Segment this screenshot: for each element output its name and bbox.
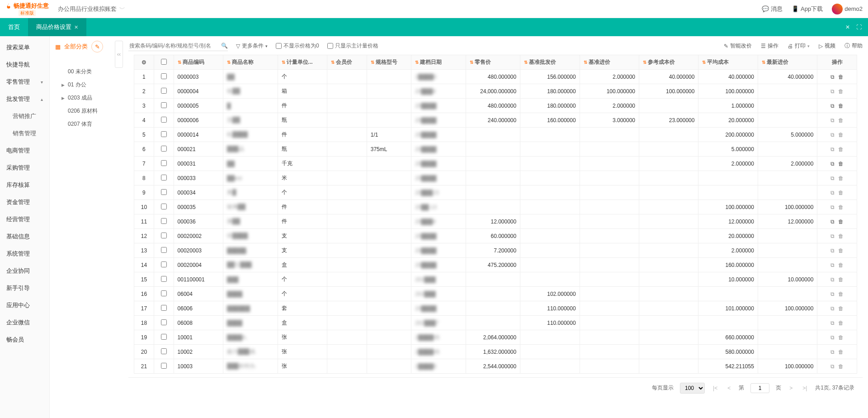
sidebar-item[interactable]: 搜索菜单	[0, 39, 49, 56]
sidebar-subitem[interactable]: 销售管理	[0, 125, 49, 142]
column-header[interactable]: 操作	[817, 55, 857, 70]
delete-icon[interactable]: 🗑	[838, 320, 844, 326]
column-header[interactable]: ⚙	[134, 55, 154, 70]
category-node[interactable]: ▶0203 成品	[55, 91, 109, 104]
copy-icon[interactable]: ⧉	[830, 218, 835, 225]
sidebar-item[interactable]: 畅会员	[0, 331, 49, 348]
delete-icon[interactable]: 🗑	[838, 349, 844, 355]
hide-zero-checkbox[interactable]: 不显示价格为0	[276, 42, 319, 50]
sidebar-subitem[interactable]: 营销推广	[0, 108, 49, 125]
row-checkbox[interactable]	[161, 290, 167, 296]
copy-icon[interactable]: ⧉	[830, 132, 835, 138]
row-checkbox[interactable]	[161, 73, 167, 79]
category-node[interactable]: 0207 体育	[55, 118, 109, 131]
table-row[interactable]: 1910001████A.张2████052,064.000000660.000…	[134, 330, 857, 345]
copy-icon[interactable]: ⧉	[830, 320, 835, 326]
more-filters-button[interactable]: ▽ 更多条件 ▾	[236, 42, 268, 50]
row-checkbox[interactable]	[161, 334, 167, 340]
sidebar-item[interactable]: 采购管理	[0, 159, 49, 176]
first-page-button[interactable]: |<	[711, 384, 719, 392]
select-all-checkbox[interactable]	[161, 59, 167, 65]
column-header[interactable]: ⇅规格型号	[367, 55, 411, 70]
sidebar-item[interactable]: 系统管理	[0, 245, 49, 262]
table-row[interactable]: 40000006洗██瓶20████240.000000160.0000003.…	[134, 113, 857, 128]
category-node[interactable]: 0206 原材料	[55, 104, 109, 118]
column-header[interactable]: ⇅计量单位...	[278, 55, 327, 70]
sort-icon[interactable]: ⇅	[762, 60, 765, 65]
fullscreen-icon[interactable]: ⛶	[856, 24, 862, 30]
app-download-link[interactable]: 📱App下载	[792, 5, 823, 13]
sort-icon[interactable]: ⇅	[470, 60, 473, 65]
sidebar-item[interactable]: 快捷导航	[0, 56, 49, 73]
row-checkbox[interactable]	[161, 117, 167, 123]
table-row[interactable]: 6000021███品瓶375mL20████5.000000⧉🗑	[134, 142, 857, 157]
row-checkbox[interactable]	[161, 319, 167, 325]
column-header[interactable]: ⇅基准进价	[580, 55, 639, 70]
delete-icon[interactable]: 🗑	[838, 204, 844, 210]
sidebar-item[interactable]: 新手引导	[0, 280, 49, 297]
per-page-select[interactable]: 100	[680, 383, 705, 394]
copy-icon[interactable]: ⧉	[830, 305, 835, 312]
delete-icon[interactable]: 🗑	[838, 262, 844, 268]
delete-icon[interactable]: 🗑	[838, 146, 844, 152]
table-row[interactable]: 1300020003█████.支20████7.2000002.000000⧉…	[134, 243, 857, 258]
copy-icon[interactable]: ⧉	[830, 88, 835, 95]
table-row[interactable]: 1806008████盒202███7110.000000⧉🗑	[134, 316, 857, 330]
delete-icon[interactable]: 🗑	[838, 233, 844, 239]
sort-icon[interactable]: ⇅	[584, 60, 587, 65]
copy-icon[interactable]: ⧉	[830, 74, 835, 80]
row-checkbox[interactable]	[161, 363, 167, 369]
only-main-unit-checkbox[interactable]: 只显示主计量价格	[327, 42, 378, 50]
delete-icon[interactable]: 🗑	[838, 190, 844, 196]
delete-icon[interactable]: 🗑	[838, 117, 844, 124]
copy-icon[interactable]: ⧉	[830, 161, 835, 167]
delete-icon[interactable]: 🗑	[838, 218, 844, 225]
sort-icon[interactable]: ⇅	[415, 60, 419, 65]
search-icon[interactable]: 🔍	[221, 43, 228, 49]
table-row[interactable]: 1706006██████套20████110.000000101.000000…	[134, 301, 857, 316]
delete-icon[interactable]: 🗑	[838, 291, 844, 297]
copy-icon[interactable]: ⧉	[830, 363, 835, 370]
table-row[interactable]: 2010002扬力███描.张2████051,632.000000580.00…	[134, 345, 857, 359]
sort-icon[interactable]: ⇅	[643, 60, 646, 65]
video-button[interactable]: ▷视频	[819, 42, 835, 50]
gear-icon[interactable]: ⚙	[142, 59, 146, 66]
sidebar-item[interactable]: 电商管理	[0, 142, 49, 159]
sidebar-item[interactable]: 企业微信	[0, 314, 49, 331]
table-row[interactable]: 10000003██个2████0480.000000156.0000002.0…	[134, 70, 857, 84]
table-row[interactable]: 15001100001███个202███10.00000010.000000⧉…	[134, 272, 857, 287]
row-checkbox[interactable]	[161, 146, 167, 152]
row-checkbox[interactable]	[161, 247, 167, 253]
row-checkbox[interactable]	[161, 348, 167, 354]
sidebar-item[interactable]: 批发管理▴	[0, 90, 49, 108]
operation-menu[interactable]: ☰操作	[761, 42, 778, 50]
row-checkbox[interactable]	[161, 88, 167, 94]
delete-icon[interactable]: 🗑	[838, 175, 844, 181]
row-checkbox[interactable]	[161, 218, 167, 224]
tab-price-settings[interactable]: 商品价格设置 ✕	[28, 18, 86, 36]
copy-icon[interactable]: ⧉	[830, 190, 835, 196]
table-row[interactable]: 10000035玻璃██件20██-13100.000000100.000000…	[134, 200, 857, 214]
category-all[interactable]: 全部分类	[64, 43, 88, 51]
print-button[interactable]: 🖨打印▾	[788, 42, 810, 50]
copy-icon[interactable]: ⧉	[830, 349, 835, 355]
sidebar-item[interactable]: 应用中心	[0, 297, 49, 314]
delete-icon[interactable]: 🗑	[838, 334, 844, 341]
edit-category-button[interactable]: ✎	[91, 41, 103, 52]
column-header[interactable]: ⇅商品名称	[223, 55, 278, 70]
column-header[interactable]: ⇅参考成本价	[639, 55, 698, 70]
column-header[interactable]: ⇅商品编码	[174, 55, 223, 70]
prev-page-button[interactable]: <	[726, 384, 732, 392]
table-row[interactable]: 30000005█件20████480.000000180.0000002.00…	[134, 99, 857, 113]
table-row[interactable]: 20000004收██箱20███824,000.000000180.00000…	[134, 84, 857, 99]
category-node[interactable]: 00 未分类	[55, 65, 109, 78]
copy-icon[interactable]: ⧉	[830, 334, 835, 341]
column-header[interactable]: ⇅零售价	[466, 55, 520, 70]
copy-icon[interactable]: ⧉	[830, 291, 835, 297]
sort-icon[interactable]: ⇅	[524, 60, 528, 65]
close-icon[interactable]: ✕	[74, 24, 78, 30]
row-checkbox[interactable]	[161, 131, 167, 137]
table-row[interactable]: 2110003███析特办.张2████52,544.000000542.211…	[134, 359, 857, 374]
messages-link[interactable]: 💬消息	[762, 5, 783, 13]
delete-icon[interactable]: 🗑	[838, 88, 844, 95]
